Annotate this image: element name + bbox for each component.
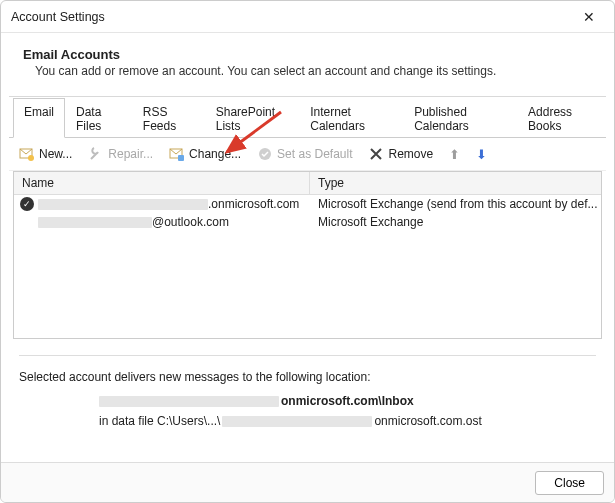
content-area: Email Data Files RSS Feeds SharePoint Li…	[9, 96, 606, 428]
redacted-text	[222, 416, 372, 427]
check-circle-icon	[257, 146, 273, 162]
window-close-button[interactable]: ✕	[570, 5, 608, 29]
change-icon	[169, 146, 185, 162]
cell-name: @outlook.com	[14, 215, 310, 229]
remove-button[interactable]: Remove	[362, 144, 439, 164]
redacted-text	[99, 396, 279, 407]
change-button[interactable]: Change...	[163, 144, 247, 164]
header: Email Accounts You can add or remove an …	[1, 33, 614, 88]
list-row[interactable]: @outlook.com Microsoft Exchange	[14, 213, 601, 231]
header-title: Email Accounts	[23, 47, 592, 62]
svg-rect-4	[178, 155, 184, 161]
arrow-up-icon: ⬆	[449, 147, 460, 162]
delivery-intro: Selected account delivers new messages t…	[19, 370, 596, 384]
cell-type: Microsoft Exchange (send from this accou…	[310, 197, 601, 211]
dialog-footer: Close	[1, 462, 614, 502]
change-label: Change...	[189, 147, 241, 161]
toolbar: New... Repair... Change... Set as Defaul…	[9, 138, 606, 171]
set-default-label: Set as Default	[277, 147, 352, 161]
repair-icon	[88, 146, 104, 162]
datafile-suffix: onmicrosoft.com.ost	[374, 414, 481, 428]
datafile-prefix: in data file C:\Users\...\	[99, 414, 220, 428]
list-row[interactable]: ✓ .onmicrosoft.com Microsoft Exchange (s…	[14, 195, 601, 213]
repair-label: Repair...	[108, 147, 153, 161]
window-title: Account Settings	[11, 10, 105, 24]
move-up-button: ⬆	[443, 145, 466, 164]
repair-button: Repair...	[82, 144, 159, 164]
cell-name: ✓ .onmicrosoft.com	[14, 197, 310, 211]
title-bar: Account Settings ✕	[1, 1, 614, 33]
cell-type: Microsoft Exchange	[310, 215, 601, 229]
set-default-button: Set as Default	[251, 144, 358, 164]
delivery-section: Selected account delivers new messages t…	[19, 355, 596, 428]
redacted-text	[38, 217, 152, 228]
arrow-down-icon: ⬇	[476, 147, 487, 162]
close-icon: ✕	[583, 9, 595, 25]
tab-rss-feeds[interactable]: RSS Feeds	[132, 98, 205, 138]
new-label: New...	[39, 147, 72, 161]
delivery-location-suffix: onmicrosoft.com\Inbox	[281, 394, 414, 408]
name-suffix: @outlook.com	[152, 215, 229, 229]
svg-point-2	[28, 155, 34, 161]
close-button[interactable]: Close	[535, 471, 604, 495]
name-suffix: .onmicrosoft.com	[208, 197, 299, 211]
delivery-datafile: in data file C:\Users\...\ onmicrosoft.c…	[99, 414, 596, 428]
default-account-icon: ✓	[20, 197, 34, 211]
tab-email[interactable]: Email	[13, 98, 65, 138]
tab-internet-calendars[interactable]: Internet Calendars	[299, 98, 403, 138]
header-subtitle: You can add or remove an account. You ca…	[35, 64, 592, 78]
tab-published-calendars[interactable]: Published Calendars	[403, 98, 517, 138]
delivery-location: onmicrosoft.com\Inbox	[99, 394, 596, 408]
move-down-button[interactable]: ⬇	[470, 145, 493, 164]
account-list: Name Type ✓ .onmicrosoft.com Microsoft E…	[13, 171, 602, 339]
column-type[interactable]: Type	[310, 172, 601, 194]
remove-label: Remove	[388, 147, 433, 161]
redacted-text	[38, 199, 208, 210]
new-mail-icon	[19, 146, 35, 162]
list-header: Name Type	[14, 172, 601, 195]
new-button[interactable]: New...	[13, 144, 78, 164]
tab-strip: Email Data Files RSS Feeds SharePoint Li…	[9, 97, 606, 138]
tab-data-files[interactable]: Data Files	[65, 98, 132, 138]
tab-sharepoint-lists[interactable]: SharePoint Lists	[205, 98, 300, 138]
remove-icon	[368, 146, 384, 162]
column-name[interactable]: Name	[14, 172, 310, 194]
tab-address-books[interactable]: Address Books	[517, 98, 606, 138]
